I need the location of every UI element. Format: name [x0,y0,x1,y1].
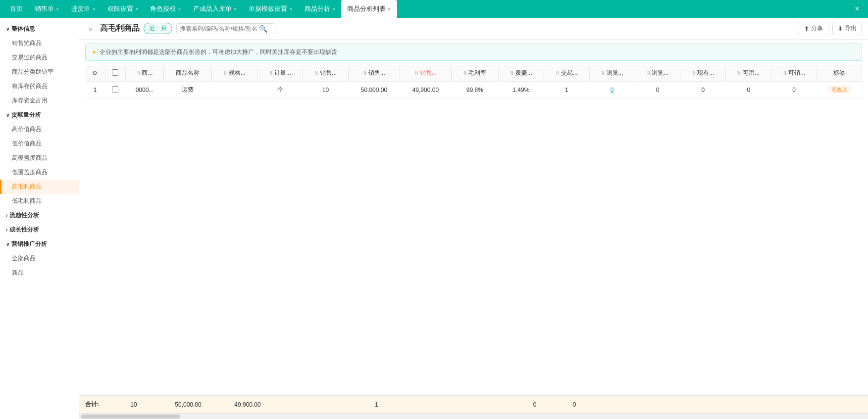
footer-sales-qty: 10 [109,401,158,408]
cell-tag: 高收入 [817,82,862,98]
sidebar-item-in-stock[interactable]: 有库存的商品 [0,79,79,93]
sidebar-group-trend[interactable]: › 流趋性分析 [0,208,79,223]
sidebar-collapse-button[interactable]: « [85,23,96,34]
cell-browse1[interactable]: 0 [589,82,635,98]
sidebar-item-all-products[interactable]: 全部商品 [0,251,79,266]
sidebar-item-low-coverage[interactable]: 低覆盖度商品 [0,165,79,180]
footer-sales-amount: 50,000.00 [158,401,218,408]
tag-badge: 高收入 [828,86,851,93]
content-header: « 高毛利商品 近一月 🔍 ⬆ 分享 ⬇ 导出 [79,18,868,40]
col-available-stock[interactable]: 可用... [726,65,771,82]
window-close-button[interactable]: × [850,2,864,16]
share-button[interactable]: ⬆ 分享 [799,22,828,35]
sidebar-item-new-products[interactable]: 新品 [0,266,79,280]
cell-code: 0000... [125,82,163,98]
footer-gap5 [475,401,515,408]
cell-index: 1 [85,82,105,98]
cell-sales-amount: 50,000.00 [348,82,400,98]
col-name[interactable]: 商品名称 [164,65,212,82]
arrow-marketing: ∨ [6,241,9,247]
nav-close-template[interactable]: × [289,6,292,12]
footer-cells: 10 50,000.00 49,900.00 1 0 0 [109,401,862,408]
sidebar-group-marketing[interactable]: ∨ 营销推广分析 [0,237,79,251]
col-settings[interactable]: ⚙ [85,65,105,82]
nav-close-analysis-list[interactable]: × [388,6,391,12]
col-transactions[interactable]: 交易... [544,65,589,82]
sidebar-group-overall[interactable]: ∨ 整体信息 [0,22,79,36]
search-input[interactable] [180,25,259,32]
nav-item-analysis-list[interactable]: 商品分析列表 × [341,0,397,18]
export-icon: ⬇ [838,25,843,32]
nav-item-product-in[interactable]: 产成品入库单 × [187,0,243,18]
col-browse1[interactable]: 浏览... [589,65,635,82]
arrow-contribution: ∨ [6,112,9,118]
nav-item-template[interactable]: 单据模板设置 × [243,0,298,18]
arrow-overall: ∨ [6,26,9,32]
sidebar-item-low-value[interactable]: 低价值商品 [0,137,79,151]
col-saleable-stock[interactable]: 可销... [771,65,817,82]
cell-current-stock: 0 [680,82,726,98]
col-sales-profit[interactable]: 销售... [400,65,451,82]
col-sales-qty[interactable]: 销售... [303,65,349,82]
cell-checkbox[interactable] [105,82,125,98]
top-nav: 首页 销售单 × 进货单 × 权限设置 × 角色授权 × 产成品入库单 × 单据… [0,0,868,18]
nav-close-role[interactable]: × [178,6,181,12]
bottom-scroll[interactable] [79,413,868,419]
page-title: 高毛利商品 [100,23,140,34]
footer-available-stock: 0 [515,401,555,408]
sidebar: ∨ 整体信息 销售览商品 交易过的商品 商品分类助销率 有库存的商品 库存资金占… [0,18,79,419]
table-container[interactable]: ⚙ 商... 商品名称 规格... 计量... 销售... 销售... 销售..… [79,65,868,395]
sidebar-group-contribution[interactable]: ∨ 贡献量分析 [0,108,79,122]
footer-gap2 [317,401,357,408]
sidebar-item-low-margin[interactable]: 低毛利商品 [0,194,79,208]
row-checkbox[interactable] [112,86,118,93]
arrow-trend: › [6,213,7,218]
col-tag[interactable]: 标签 [817,65,862,82]
nav-item-analysis[interactable]: 商品分析 × [299,0,341,18]
nav-item-sales[interactable]: 销售单 × [29,0,65,18]
nav-close-sales[interactable]: × [56,6,59,12]
main-layout: ∨ 整体信息 销售览商品 交易过的商品 商品分类助销率 有库存的商品 库存资金占… [0,18,868,419]
sidebar-item-category-rate[interactable]: 商品分类助销率 [0,65,79,79]
select-all-checkbox[interactable] [112,69,118,76]
cell-transactions: 1 [544,82,589,98]
cell-unit: 个 [257,82,303,98]
arrow-growth: › [6,227,7,233]
col-code[interactable]: 商... [125,65,163,82]
col-spec[interactable]: 规格... [212,65,257,82]
col-checkbox[interactable] [105,65,125,82]
nav-close-product-in[interactable]: × [234,6,237,12]
cell-sales-qty: 10 [303,82,349,98]
nav-item-permission[interactable]: 权限设置 × [102,0,144,18]
cell-gross-margin: 99.8% [451,82,498,98]
nav-close-permission[interactable]: × [135,6,138,12]
nav-close-purchase[interactable]: × [92,6,95,12]
col-sales-amount[interactable]: 销售... [348,65,400,82]
export-button[interactable]: ⬇ 导出 [832,22,862,35]
col-unit[interactable]: 计量... [257,65,303,82]
search-icon[interactable]: 🔍 [259,25,267,33]
cell-available-stock: 0 [726,82,771,98]
col-gross-margin[interactable]: 毛利率 [451,65,498,82]
sidebar-group-growth[interactable]: › 成长性分析 [0,223,79,237]
nav-item-role[interactable]: 角色授权 × [144,0,187,18]
sidebar-item-traded[interactable]: 交易过的商品 [0,50,79,65]
sidebar-item-sales-overview[interactable]: 销售览商品 [0,36,79,50]
filter-recent-month-button[interactable]: 近一月 [144,23,172,34]
col-browse2[interactable]: 浏览... [635,65,680,82]
sidebar-item-high-margin[interactable]: 高毛利商品 [0,180,79,194]
search-box: 🔍 [176,23,275,34]
sidebar-item-high-coverage[interactable]: 高覆盖度商品 [0,151,79,165]
cell-browse2: 0 [635,82,680,98]
footer-gap4 [436,401,475,408]
nav-item-purchase[interactable]: 进货单 × [65,0,101,18]
col-coverage[interactable]: 覆盖... [498,65,544,82]
scroll-thumb[interactable] [81,415,180,419]
sidebar-item-high-value[interactable]: 高价值商品 [0,122,79,137]
tip-bar: ✦ 企业的主要的利润都是这部分商品创造的，可考虑加大推广，同时关注库存是不要出现… [85,44,862,61]
sidebar-item-stock-capital[interactable]: 库存资金占用 [0,93,79,108]
col-current-stock[interactable]: 现有... [680,65,726,82]
nav-item-home[interactable]: 首页 [4,0,29,18]
nav-close-analysis[interactable]: × [332,6,335,12]
footer-saleable-stock: 0 [555,401,594,408]
